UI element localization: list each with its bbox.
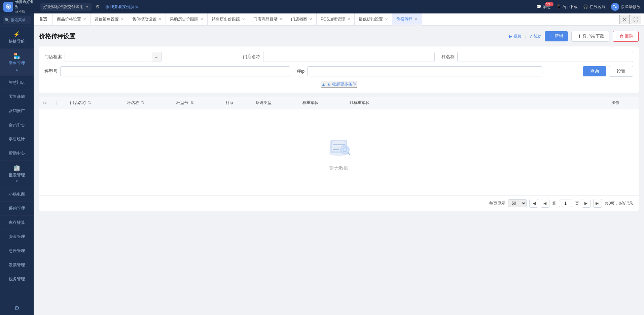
store-archive-input[interactable]: [65, 52, 152, 62]
last-page-btn[interactable]: ▶|: [593, 199, 602, 208]
tab-sell-price[interactable]: 售价提取设置 ✕: [128, 13, 166, 26]
sidebar-item-member-center[interactable]: 会员中心: [0, 118, 34, 132]
download-button[interactable]: ⬇ 客户端下载: [571, 31, 610, 42]
help-icon: ?: [530, 34, 532, 39]
scale-ip-input[interactable]: [307, 66, 542, 76]
scale-name-label: 秤名称: [441, 54, 455, 60]
tab-purchase-history[interactable]: 采购历史价跟踪 ✕: [166, 13, 208, 26]
close-icon[interactable]: ✕: [121, 17, 124, 22]
close-icon[interactable]: ✕: [415, 17, 418, 21]
toolbar-select-label: 好业财标准版交付试用: [43, 4, 83, 10]
sidebar-item-label-tax: 税务管理: [9, 276, 25, 282]
user-name: 徐泽华修改: [620, 4, 641, 10]
app-container: 畅捷通好业财 标准版 好业财标准版交付试用 ▼ ⚙ ◎ 我要看实例演示 💬 消息…: [0, 0, 644, 315]
search-menu-label: 搜索菜单: [11, 18, 26, 23]
sidebar-item-label-inventory: 库存核算: [9, 220, 25, 225]
sidebar-item-tax[interactable]: 税务管理: [0, 272, 34, 286]
sidebar-item-quick-nav[interactable]: ⚡ 快捷导航: [0, 27, 34, 49]
sidebar-item-marketing[interactable]: 营销推广: [0, 104, 34, 118]
sidebar-item-invoice[interactable]: 发票管理: [0, 258, 34, 272]
tab-home[interactable]: 首页: [34, 13, 53, 26]
scale-name-input[interactable]: [457, 52, 633, 62]
gear-icon[interactable]: ⚙: [43, 101, 47, 105]
table-wrap: ⚙ 门店名称 ⇅ 秤名称: [39, 97, 639, 211]
phone-icon: 📱: [556, 4, 561, 9]
store-name-input[interactable]: [263, 52, 435, 62]
demo-icon: ◎: [105, 4, 109, 9]
close-icon[interactable]: ✕: [347, 17, 350, 22]
online-service-btn[interactable]: 🎧 在线客服: [583, 4, 606, 10]
tab-price-settings[interactable]: 商品价格设置 ✕: [53, 13, 91, 26]
set-button[interactable]: 设置: [609, 66, 633, 77]
collapse-btn[interactable]: ▲ ▲ 收起更多条件: [321, 81, 357, 88]
prev-page-btn[interactable]: ◀: [541, 199, 549, 208]
sidebar-item-smart-store[interactable]: 智慧门店: [0, 76, 34, 90]
store-archive-search-btn[interactable]: ···: [152, 52, 162, 62]
expand-tab-btn[interactable]: ⛶: [630, 15, 641, 24]
sidebar-item-inventory[interactable]: 库存核算: [0, 216, 34, 230]
chevron-down-icon: ▼: [85, 5, 89, 9]
tab-pos-mgmt[interactable]: POS加密管理 ✕: [317, 13, 355, 26]
page-inner: 价格传秤设置 ▶ 视频 | ? 帮助 + 新增: [34, 26, 644, 315]
video-link[interactable]: ▶ 视频: [509, 34, 522, 39]
tab-sales-history[interactable]: 销售历史价跟踪 ✕: [208, 13, 249, 26]
search-button[interactable]: 查询: [583, 66, 606, 76]
scale-model-input[interactable]: [60, 66, 290, 76]
sidebar-item-finance[interactable]: 资金管理: [0, 230, 34, 244]
first-page-btn[interactable]: |◀: [529, 199, 538, 208]
gear-icon[interactable]: ⚙: [14, 304, 20, 312]
app-download-label: App下载: [563, 4, 578, 10]
close-icon[interactable]: ✕: [280, 17, 283, 22]
sidebar-item-purchase[interactable]: 采购管理: [0, 202, 34, 216]
user-initials: Ea: [613, 5, 617, 9]
sidebar-item-label-finance: 资金管理: [9, 234, 25, 240]
retail-icon: 🏪: [13, 53, 20, 59]
settings-icon-btn[interactable]: ⚙: [94, 3, 102, 11]
sidebar-item-wholesale[interactable]: 🏢 批发管理 ▼: [0, 161, 34, 187]
demo-link[interactable]: ◎ 我要看实例演示: [105, 4, 138, 10]
search-menu-btn[interactable]: 🔍 搜索菜单: [3, 16, 31, 24]
sidebar-item-label-wholesale: 批发管理: [9, 172, 25, 178]
data-table: ⚙ 门店名称 ⇅ 秤名称: [39, 97, 639, 195]
sidebar-item-retail-mall[interactable]: 零售商城: [0, 90, 34, 104]
select-all-checkbox[interactable]: [57, 101, 61, 105]
scale-name-field: 秤名称: [441, 52, 633, 62]
user-avatar-btn[interactable]: Ea 徐泽华修改: [611, 3, 641, 11]
close-icon[interactable]: ✕: [158, 17, 162, 22]
sidebar-item-retail-stats[interactable]: 零售统计: [0, 132, 34, 146]
search-icon: 🔍: [5, 18, 9, 22]
tab-store-catalog[interactable]: 门店商品目录 ✕: [249, 13, 287, 26]
page-input[interactable]: [559, 200, 572, 207]
tab-price-scale[interactable]: 价格传秤 ✕: [392, 13, 422, 26]
online-service-label: 在线客服: [589, 4, 606, 10]
next-page-btn[interactable]: ▶: [582, 199, 591, 208]
tab-purchase-strategy[interactable]: 进价策略设置 ✕: [91, 13, 128, 26]
sidebar-item-label-retail-mall: 零售商城: [9, 94, 25, 100]
close-icon[interactable]: ✕: [83, 17, 86, 22]
sidebar-item-ledger[interactable]: 总账管理: [0, 244, 34, 258]
close-tab-btn[interactable]: ✕: [619, 15, 630, 24]
per-page-label: 每页显示: [489, 201, 505, 206]
help-link[interactable]: ? 帮助: [530, 34, 541, 39]
per-page-select[interactable]: 10 20 50 100: [508, 199, 527, 207]
sort-icon: ⇅: [141, 100, 144, 105]
tab-store-archive[interactable]: 门店档案 ✕: [287, 13, 317, 26]
empty-state: 暂无数据: [43, 113, 635, 191]
toolbar-select[interactable]: 好业财标准版交付试用 ▼: [40, 3, 92, 11]
sidebar-item-label-retail: 零售管理: [9, 61, 25, 66]
app-download-btn[interactable]: 📱 App下载: [556, 4, 578, 10]
sidebar-item-help-center[interactable]: 帮助中心: [0, 146, 34, 161]
close-icon[interactable]: ✕: [242, 17, 245, 22]
close-icon[interactable]: ✕: [385, 17, 388, 22]
tab-min-discount[interactable]: 最低折扣设置 ✕: [355, 13, 392, 26]
sidebar-item-retail-mgmt[interactable]: 🏪 零售管理 ▲: [0, 49, 34, 76]
chevron-down-icon: ▼: [15, 179, 19, 183]
sidebar-item-ecommerce[interactable]: 小畅电商: [0, 187, 34, 202]
wholesale-icon: 🏢: [13, 165, 20, 171]
delete-button[interactable]: 🗑 删除: [613, 31, 639, 42]
close-icon[interactable]: ✕: [309, 17, 312, 22]
add-button[interactable]: + 新增: [545, 31, 568, 41]
close-icon[interactable]: ✕: [200, 17, 203, 22]
page-actions: ▶ 视频 | ? 帮助 + 新增: [509, 31, 639, 42]
message-btn[interactable]: 💬 消息 99+: [536, 4, 551, 10]
